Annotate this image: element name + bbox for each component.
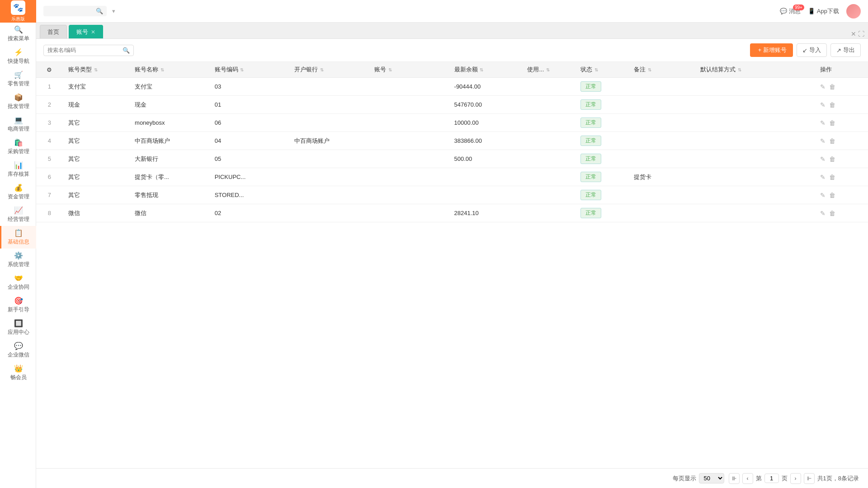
col-account[interactable]: 账号 ⇅ xyxy=(369,62,449,78)
edit-icon[interactable]: ✎ xyxy=(820,174,826,181)
topbar-search-icon: 🔍 xyxy=(96,8,103,14)
add-account-button[interactable]: + 新增账号 xyxy=(750,43,793,57)
app-download-icon: 📱 xyxy=(808,8,815,14)
col-name[interactable]: 账号名称 ⇅ xyxy=(129,62,209,78)
tab-minimize-icon[interactable]: ✕ xyxy=(851,30,856,38)
sidebar-item-vip-member[interactable]: 👑 畅会员 xyxy=(0,361,36,384)
sidebar-item-system-mgmt[interactable]: ⚙️ 系统管理 xyxy=(0,249,36,271)
delete-icon[interactable]: 🗑 xyxy=(829,155,835,163)
enterprise-wechat-icon: 💬 xyxy=(14,342,23,350)
col-code[interactable]: 账号编码 ⇅ xyxy=(209,62,289,78)
page-label: 第 xyxy=(756,474,762,483)
sidebar-item-beginner-guide[interactable]: 🎯 新手引导 xyxy=(0,294,36,316)
next-page-button[interactable]: › xyxy=(790,473,801,484)
delete-icon[interactable]: 🗑 xyxy=(829,192,835,199)
sidebar-item-operation-mgmt[interactable]: 📈 经营管理 xyxy=(0,203,36,226)
topbar-search[interactable]: 🔍 xyxy=(43,6,107,16)
sidebar-item-app-center[interactable]: 🔲 应用中心 xyxy=(0,316,36,339)
delete-icon[interactable]: 🗑 xyxy=(829,210,835,217)
sidebar-item-inventory-mgmt[interactable]: 📊 库存核算 xyxy=(0,158,36,181)
sidebar-item-quick-nav[interactable]: ⚡ 快捷导航 xyxy=(0,45,36,68)
notification-icon: 💬 xyxy=(780,8,787,14)
delete-icon[interactable]: 🗑 xyxy=(829,119,835,127)
status-badge: 正常 xyxy=(580,154,601,164)
sidebar-item-search-menu[interactable]: 🔍 搜索菜单 xyxy=(0,23,36,45)
col-bank[interactable]: 开户银行 ⇅ xyxy=(289,62,369,78)
row-type: 其它 xyxy=(63,132,129,150)
topbar-dropdown-icon[interactable]: ▾ xyxy=(112,8,115,14)
sidebar-item-retail-mgmt[interactable]: 🛒 零售管理 xyxy=(0,68,36,90)
tab-maximize-icon[interactable]: ⛶ xyxy=(858,30,864,38)
tab-accounts-close-icon[interactable]: ✕ xyxy=(91,29,95,35)
user-avatar[interactable] xyxy=(846,4,861,19)
notification-badge: 99+ xyxy=(793,5,804,10)
sidebar-item-purchase-mgmt[interactable]: 🛍️ 采购管理 xyxy=(0,136,36,158)
table-search-wrap[interactable]: 🔍 xyxy=(43,45,134,56)
sidebar-item-basic-info[interactable]: 📋 基础信息 xyxy=(0,226,36,249)
row-status: 正常 xyxy=(575,168,628,186)
page-number-input[interactable] xyxy=(764,474,779,483)
col-settings[interactable]: ⚙ xyxy=(36,62,63,78)
tab-home[interactable]: 首页 xyxy=(40,25,67,38)
first-page-button[interactable]: ⊪ xyxy=(729,473,740,484)
col-type[interactable]: 账号类型 ⇅ xyxy=(63,62,129,78)
row-code: 02 xyxy=(209,204,289,222)
edit-icon[interactable]: ✎ xyxy=(820,119,826,127)
sidebar-item-enterprise-wechat[interactable]: 💬 企业微信 xyxy=(0,339,36,361)
edit-icon[interactable]: ✎ xyxy=(820,192,826,199)
import-button[interactable]: ↙ 导入 xyxy=(797,43,827,57)
sidebar-item-ecommerce-mgmt[interactable]: 💻 电商管理 xyxy=(0,113,36,136)
system-mgmt-icon: ⚙️ xyxy=(14,251,23,260)
col-status[interactable]: 状态 ⇅ xyxy=(575,62,628,78)
topbar: 🔍 ▾ 💬 消息 99+ 📱 App下载 xyxy=(36,0,868,23)
col-use[interactable]: 使用... ⇅ xyxy=(522,62,575,78)
enterprise-agreement-icon: 🤝 xyxy=(14,274,23,282)
prev-page-button[interactable]: ‹ xyxy=(742,473,753,484)
tab-accounts[interactable]: 账号 ✕ xyxy=(69,25,103,38)
delete-icon[interactable]: 🗑 xyxy=(829,174,835,181)
export-button[interactable]: ↗ 导出 xyxy=(830,43,861,57)
table-search-input[interactable] xyxy=(47,47,120,53)
edit-icon[interactable]: ✎ xyxy=(820,210,826,217)
row-account xyxy=(369,168,449,186)
row-use xyxy=(522,168,575,186)
row-status: 正常 xyxy=(575,150,628,168)
row-num: 3 xyxy=(36,114,63,132)
delete-icon[interactable]: 🗑 xyxy=(829,101,835,108)
last-page-button[interactable]: ⊩ xyxy=(804,473,815,484)
row-use xyxy=(522,150,575,168)
delete-icon[interactable]: 🗑 xyxy=(829,137,835,145)
app-download-label: App下载 xyxy=(817,7,839,15)
col-balance[interactable]: 最新余额 ⇅ xyxy=(449,62,522,78)
col-remark[interactable]: 备注 ⇅ xyxy=(628,62,695,78)
edit-icon[interactable]: ✎ xyxy=(820,155,826,163)
quick-nav-icon: ⚡ xyxy=(14,48,23,56)
edit-icon[interactable]: ✎ xyxy=(820,83,826,90)
row-type: 支付宝 xyxy=(63,78,129,96)
edit-icon[interactable]: ✎ xyxy=(820,137,826,145)
topbar-search-input[interactable] xyxy=(48,8,93,14)
table-row: 8 微信 微信 02 28241.10 正常 ✎ 🗑 xyxy=(36,204,868,222)
row-default xyxy=(695,186,815,204)
settings-icon: ⚙ xyxy=(47,66,52,73)
edit-icon[interactable]: ✎ xyxy=(820,101,826,108)
app-download-button[interactable]: 📱 App下载 xyxy=(808,7,839,15)
per-page-select[interactable]: 50 20 100 xyxy=(699,473,724,483)
sidebar-item-wholesale-mgmt[interactable]: 📦 批发管理 xyxy=(0,90,36,113)
notification-button[interactable]: 💬 消息 99+ xyxy=(780,7,801,15)
row-name: 现金 xyxy=(129,96,209,114)
row-balance: 383866.00 xyxy=(449,132,522,150)
delete-icon[interactable]: 🗑 xyxy=(829,83,835,90)
row-default xyxy=(695,204,815,222)
row-bank xyxy=(289,168,369,186)
tabbar: 首页 账号 ✕ ✕ ⛶ xyxy=(36,23,868,39)
table-row: 3 其它 moneybosx 06 10000.00 正常 ✎ 🗑 xyxy=(36,114,868,132)
sidebar: 🐾 乐惠版 🔍 搜索菜单 ⚡ 快捷导航 🛒 零售管理 📦 批发管理 💻 电商管理… xyxy=(0,0,36,488)
sidebar-item-capital-mgmt[interactable]: 💰 资金管理 xyxy=(0,181,36,203)
row-balance xyxy=(449,186,522,204)
sidebar-item-label: 应用中心 xyxy=(8,328,29,336)
sidebar-item-enterprise-agreement[interactable]: 🤝 企业协同 xyxy=(0,271,36,294)
row-bank xyxy=(289,150,369,168)
content-area: 🔍 + 新增账号 ↙ 导入 ↗ 导出 xyxy=(36,39,868,488)
col-default[interactable]: 默认结算方式 ⇅ xyxy=(695,62,815,78)
